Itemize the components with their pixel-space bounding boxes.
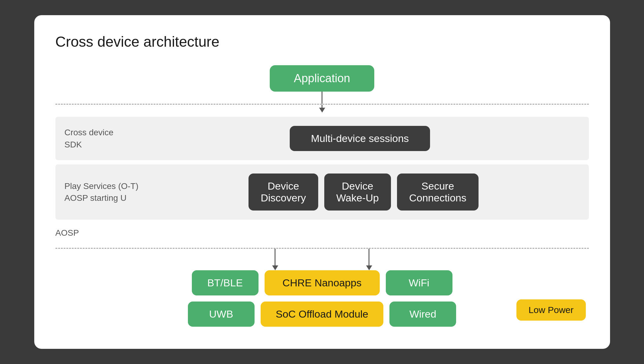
arrow-app-to-sdk [55, 92, 589, 104]
wired-node: Wired [389, 302, 456, 327]
low-power-badge: Low Power [516, 299, 586, 321]
uwb-node: UWB [188, 302, 255, 327]
application-node: Application [270, 65, 375, 92]
main-card: Cross device architecture Application Cr… [34, 15, 610, 349]
secure-connections-node: Secure Connections [397, 174, 479, 211]
bottom-nodes: BT/BLE CHRE Nanoapps WiFi UWB SoC Offloa… [55, 270, 589, 327]
chre-nanoapps-node: CHRE Nanoapps [265, 270, 380, 295]
cross-device-sdk-section: Cross device SDK Multi-device sessions [55, 117, 589, 160]
diagram: Application Cross device SDK Multi-devic… [55, 65, 589, 327]
bottom-row-2: UWB SoC Offload Module Wired [188, 302, 456, 327]
aosp-row: AOSP [55, 224, 589, 239]
soc-offload-node: SoC Offload Module [261, 302, 384, 327]
play-services-section: Play Services (O-T) AOSP starting U Devi… [55, 164, 589, 220]
gap-2 [55, 160, 589, 164]
arrowhead-1 [55, 108, 589, 113]
arrow-discovery [272, 249, 278, 270]
arrow-wakeup [366, 249, 372, 270]
play-services-label: Play Services (O-T) AOSP starting U [65, 180, 138, 204]
play-services-nodes: Device Discovery Device Wake-Up Secure C… [148, 174, 580, 211]
gap-1 [55, 113, 589, 117]
gap-4 [55, 239, 589, 248]
aosp-label: AOSP [55, 227, 122, 239]
gap-3 [55, 220, 589, 224]
wifi-node: WiFi [386, 270, 452, 295]
bottom-row-1: BT/BLE CHRE Nanoapps WiFi [192, 270, 452, 295]
bt-ble-node: BT/BLE [192, 270, 259, 295]
device-discovery-node: Device Discovery [249, 174, 318, 211]
application-container: Application [55, 65, 589, 92]
sdk-nodes: Multi-device sessions [140, 126, 580, 151]
multi-device-sessions-node: Multi-device sessions [290, 126, 430, 151]
cross-device-sdk-label: Cross device SDK [65, 126, 131, 150]
device-wakeup-node: Device Wake-Up [324, 174, 391, 211]
arrow-cont-1 [55, 105, 589, 108]
dual-arrows [55, 249, 589, 270]
page-title: Cross device architecture [55, 33, 589, 50]
